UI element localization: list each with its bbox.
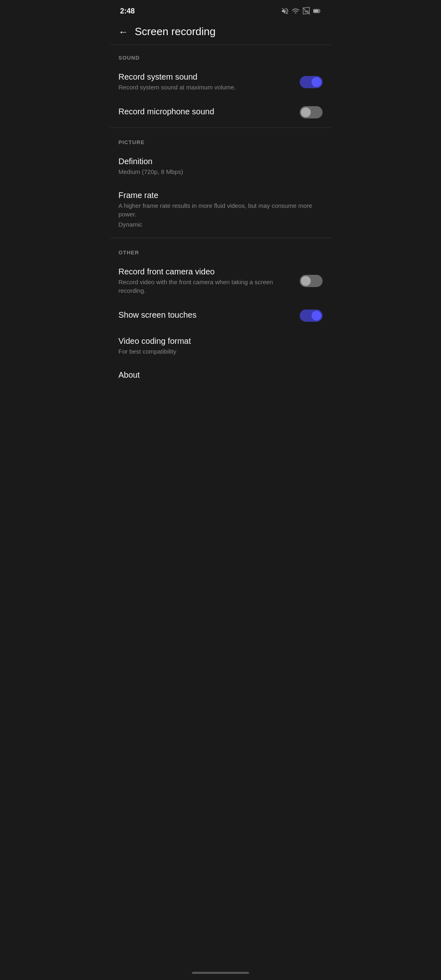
record-front-camera-subtitle: Record video with the front camera when …	[118, 278, 293, 295]
section-sound: SOUND Record system sound Record system …	[110, 45, 331, 126]
record-microphone-sound-title: Record microphone sound	[118, 107, 293, 116]
svg-rect-1	[320, 10, 321, 11]
back-button[interactable]: ←	[118, 26, 128, 38]
setting-record-microphone-sound[interactable]: Record microphone sound	[110, 99, 331, 126]
record-system-sound-title: Record system sound	[118, 72, 293, 82]
setting-video-coding-format[interactable]: Video coding format For best compatibili…	[110, 329, 331, 363]
setting-show-screen-touches[interactable]: Show screen touches	[110, 302, 331, 329]
signal-icon	[302, 7, 310, 15]
section-other-label: OTHER	[110, 240, 331, 260]
record-front-camera-title: Record front camera video	[118, 267, 293, 276]
status-icons	[281, 7, 321, 15]
setting-about[interactable]: About	[110, 363, 331, 388]
status-bar: 2:48	[110, 0, 331, 20]
video-coding-format-subtitle: For best compatibility	[118, 347, 323, 356]
setting-definition[interactable]: Definition Medium (720p, 8 Mbps)	[110, 149, 331, 183]
setting-frame-rate[interactable]: Frame rate A higher frame rate results i…	[110, 183, 331, 236]
section-picture: PICTURE Definition Medium (720p, 8 Mbps)…	[110, 129, 331, 236]
battery-icon	[313, 7, 321, 15]
definition-subtitle: Medium (720p, 8 Mbps)	[118, 167, 323, 176]
svg-rect-2	[314, 10, 319, 13]
about-title: About	[118, 370, 323, 380]
show-screen-touches-toggle[interactable]	[300, 310, 323, 322]
mute-icon	[281, 7, 289, 15]
status-time: 2:48	[120, 7, 135, 16]
frame-rate-title: Frame rate	[118, 191, 323, 200]
frame-rate-subtitle: A higher frame rate results in more flui…	[118, 201, 323, 218]
record-system-sound-subtitle: Record system sound at maximum volume.	[118, 83, 293, 91]
record-system-sound-toggle[interactable]	[300, 76, 323, 88]
show-screen-touches-title: Show screen touches	[118, 310, 293, 320]
section-picture-label: PICTURE	[110, 129, 331, 149]
frame-rate-value: Dynamic	[118, 220, 323, 229]
page-title: Screen recording	[135, 25, 216, 38]
page-header: ← Screen recording	[110, 20, 331, 45]
divider-picture-other	[110, 238, 331, 238]
section-other: OTHER Record front camera video Record v…	[110, 240, 331, 388]
record-microphone-sound-toggle[interactable]	[300, 106, 323, 118]
section-sound-label: SOUND	[110, 45, 331, 65]
definition-title: Definition	[118, 157, 323, 166]
record-front-camera-toggle[interactable]	[300, 275, 323, 287]
setting-record-system-sound[interactable]: Record system sound Record system sound …	[110, 65, 331, 99]
video-coding-format-title: Video coding format	[118, 336, 323, 346]
setting-record-front-camera[interactable]: Record front camera video Record video w…	[110, 260, 331, 302]
wifi-icon	[292, 7, 300, 15]
divider-sound-picture	[110, 127, 331, 128]
